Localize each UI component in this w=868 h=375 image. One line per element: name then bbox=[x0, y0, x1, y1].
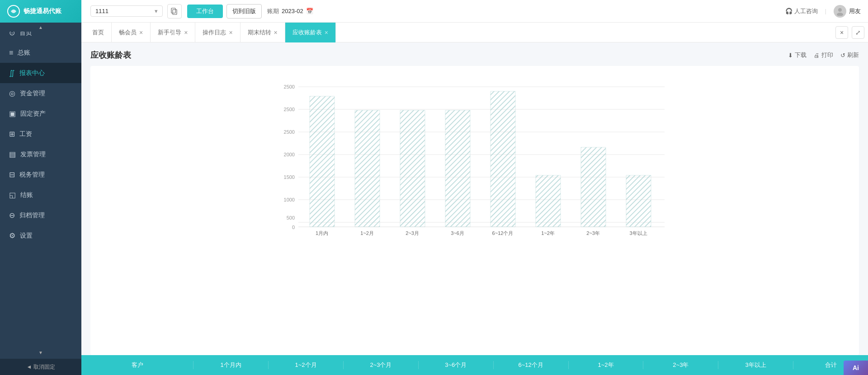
svg-text:3年以上: 3年以上 bbox=[629, 230, 647, 236]
sidebar-item-report-center[interactable]: ∬ 报表中心 bbox=[0, 63, 81, 83]
sidebar-item-payroll[interactable]: ⊞ 工资 bbox=[0, 124, 81, 144]
print-button[interactable]: 🖨 打印 bbox=[814, 51, 833, 59]
username: 用友 bbox=[849, 7, 861, 15]
calendar-icon[interactable]: 📅 bbox=[306, 8, 313, 14]
tab-close-guide[interactable]: × bbox=[184, 29, 188, 36]
tabs-actions: × ⤢ bbox=[835, 26, 864, 39]
svg-text:1000: 1000 bbox=[284, 197, 295, 202]
refresh-icon: ↺ bbox=[840, 52, 845, 59]
svg-rect-1 bbox=[173, 9, 177, 14]
period-value: 2023-02 bbox=[282, 8, 303, 14]
user-info[interactable]: 用友 bbox=[834, 5, 861, 18]
download-button[interactable]: ⬇ 下载 bbox=[788, 51, 807, 59]
tab-label-home: 首页 bbox=[92, 28, 104, 37]
table-header-col: 2~3个月 bbox=[344, 361, 419, 369]
sidebar-scroll-up[interactable]: ▲ bbox=[0, 23, 81, 32]
svg-text:6~12个月: 6~12个月 bbox=[492, 230, 514, 236]
consult-label: 人工咨询 bbox=[794, 7, 818, 15]
table-header-col: 2~3年 bbox=[643, 361, 718, 369]
sidebar-item-fund-management[interactable]: ◎ 资金管理 bbox=[0, 83, 81, 103]
nav-icon-fixed-assets: ▣ bbox=[9, 109, 16, 118]
period-area: 账期 2023-02 📅 bbox=[267, 7, 313, 15]
download-icon: ⬇ bbox=[788, 52, 793, 59]
table-header-col: 1~2个月 bbox=[269, 361, 344, 369]
svg-text:1500: 1500 bbox=[284, 174, 295, 180]
top-header: 畅捷通易代账 1111 ▾ 工作台 切到旧版 账期 2023-02 📅 🎧 人工… bbox=[0, 0, 868, 23]
table-header-col: 客户 bbox=[81, 361, 193, 369]
logo-text: 畅捷通易代账 bbox=[24, 7, 61, 15]
tab-guide[interactable]: 新手引导 × bbox=[151, 23, 195, 42]
svg-rect-36 bbox=[626, 175, 651, 227]
sidebar-item-closing[interactable]: ◱ 结账 bbox=[0, 185, 81, 205]
tab-label-ar-aging: 应收账龄表 bbox=[292, 28, 322, 37]
print-label: 打印 bbox=[821, 51, 833, 59]
tab-period-end[interactable]: 期末结转 × bbox=[241, 23, 285, 42]
sidebar-item-settings[interactable]: ⚙ 设置 bbox=[0, 225, 81, 246]
sidebar-item-label-payroll: 工资 bbox=[19, 130, 32, 138]
svg-rect-34 bbox=[581, 147, 606, 227]
tab-close-ar-aging[interactable]: × bbox=[325, 29, 328, 36]
tab-close-period-end[interactable]: × bbox=[274, 29, 278, 36]
nav-icon-invoice-management: ▤ bbox=[9, 150, 16, 159]
table-header-col: 1个月内 bbox=[193, 361, 269, 369]
tab-label-period-end: 期末结转 bbox=[248, 28, 271, 37]
close-window-button[interactable]: × bbox=[835, 26, 848, 39]
tab-close-vip[interactable]: × bbox=[139, 29, 143, 36]
content-area: 首页畅会员 ×新手引导 ×操作日志 ×期末结转 ×应收账龄表 × × ⤢ 应收账… bbox=[81, 23, 868, 375]
tab-close-operation-log[interactable]: × bbox=[229, 29, 232, 36]
switch-old-button[interactable]: 切到旧版 bbox=[226, 4, 262, 19]
nav-icon-tax-management: ⊟ bbox=[9, 170, 15, 179]
company-name: 1111 bbox=[95, 8, 151, 14]
svg-rect-28 bbox=[445, 110, 470, 227]
sidebar-item-label-fund-management: 资金管理 bbox=[20, 89, 45, 98]
tab-label-vip: 畅会员 bbox=[119, 28, 137, 37]
svg-point-3 bbox=[838, 8, 842, 12]
company-selector[interactable]: 1111 ▾ bbox=[90, 5, 163, 17]
sidebar-item-tax-management[interactable]: ⊟ 税务管理 bbox=[0, 164, 81, 185]
page-header: 应收账龄表 ⬇ 下载 🖨 打印 ↺ 刷新 bbox=[90, 50, 859, 61]
period-label: 账期 bbox=[267, 7, 279, 15]
refresh-label: 刷新 bbox=[847, 51, 859, 59]
svg-rect-30 bbox=[491, 91, 515, 227]
sidebar-item-label-fixed-assets: 固定资产 bbox=[20, 110, 46, 118]
sidebar: ▲ ⊙ 首页 ≡ 总账 ∬ 报表中心 ◎ 资金管理 ▣ 固定资产 ⊞ 工资 ▤ … bbox=[0, 23, 81, 375]
svg-text:2500: 2500 bbox=[284, 107, 295, 112]
sidebar-item-fixed-assets[interactable]: ▣ 固定资产 bbox=[0, 103, 81, 124]
svg-text:2~3月: 2~3月 bbox=[406, 230, 419, 236]
avatar bbox=[834, 5, 846, 18]
cancel-pin-button[interactable]: ◄ 取消固定 bbox=[0, 359, 81, 375]
copy-button[interactable] bbox=[167, 4, 182, 19]
sidebar-item-archive-management[interactable]: ⊖ 归档管理 bbox=[0, 205, 81, 225]
print-icon: 🖨 bbox=[814, 52, 820, 59]
sidebar-scroll-down[interactable]: ▼ bbox=[0, 348, 81, 357]
table-header-col: 6~12个月 bbox=[494, 361, 569, 369]
sidebar-item-general-ledger[interactable]: ≡ 总账 bbox=[0, 43, 81, 63]
svg-text:1~2年: 1~2年 bbox=[541, 230, 555, 236]
svg-text:3~6月: 3~6月 bbox=[451, 230, 464, 236]
sidebar-item-label-invoice-management: 发票管理 bbox=[20, 150, 46, 159]
consult-button[interactable]: 🎧 人工咨询 bbox=[785, 7, 818, 15]
svg-rect-32 bbox=[536, 175, 561, 227]
svg-text:2000: 2000 bbox=[284, 152, 295, 157]
sidebar-item-invoice-management[interactable]: ▤ 发票管理 bbox=[0, 144, 81, 164]
page-content: 应收账龄表 ⬇ 下载 🖨 打印 ↺ 刷新 bbox=[81, 42, 868, 355]
ai-badge[interactable]: Ai bbox=[844, 361, 868, 375]
nav-icon-fund-management: ◎ bbox=[9, 89, 15, 98]
page-title: 应收账龄表 bbox=[90, 50, 131, 61]
svg-rect-2 bbox=[171, 8, 175, 13]
workbench-button[interactable]: 工作台 bbox=[187, 5, 223, 18]
svg-text:1月内: 1月内 bbox=[316, 230, 328, 236]
svg-rect-26 bbox=[400, 110, 425, 227]
tab-home[interactable]: 首页 bbox=[85, 23, 112, 42]
nav-icon-settings: ⚙ bbox=[9, 231, 15, 240]
maximize-window-button[interactable]: ⤢ bbox=[852, 26, 864, 39]
svg-text:2500: 2500 bbox=[284, 129, 295, 135]
chart-container: 2500 2500 2500 2000 1500 1000 500 0 1月内 bbox=[90, 66, 859, 355]
svg-text:2~3年: 2~3年 bbox=[586, 230, 600, 236]
tab-ar-aging[interactable]: 应收账龄表 × bbox=[285, 23, 336, 42]
tab-operation-log[interactable]: 操作日志 × bbox=[195, 23, 240, 42]
tab-vip[interactable]: 畅会员 × bbox=[112, 23, 151, 42]
nav-icon-report-center: ∬ bbox=[9, 69, 15, 77]
refresh-button[interactable]: ↺ 刷新 bbox=[840, 51, 859, 59]
table-header-col: 3~6个月 bbox=[419, 361, 494, 369]
